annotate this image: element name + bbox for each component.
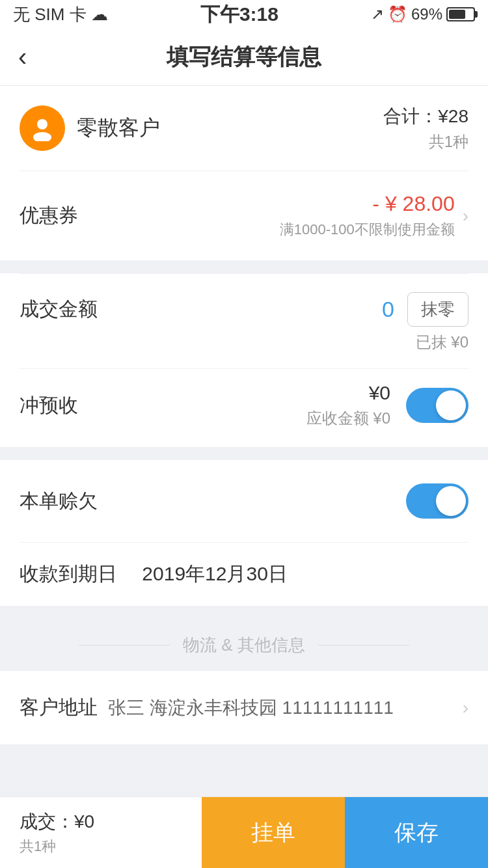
battery-icon: [446, 7, 475, 21]
divider-line-right: [318, 645, 409, 645]
coupon-label: 优惠券: [20, 202, 78, 229]
deal-right-top: 0 抹零: [382, 292, 468, 327]
bottom-count: 共1种: [20, 837, 182, 856]
deal-row-sub: 已抹 ¥0: [20, 327, 468, 363]
address-chevron-icon: ›: [463, 698, 468, 718]
duedate-label: 收款到期日: [20, 563, 117, 584]
round-zero-button[interactable]: 抹零: [407, 292, 468, 327]
deal-row-top: 成交金额 0 抹零: [20, 292, 468, 327]
customer-avatar: [20, 105, 65, 151]
address-row[interactable]: 客户地址 张三 海淀永丰科技园 11111111111 ›: [20, 671, 468, 744]
prereceive-sub: 应收金额 ¥0: [306, 408, 390, 429]
page-title: 填写结算等信息: [167, 42, 321, 72]
customer-name: 零散客户: [77, 114, 160, 142]
deal-amount-value: 0: [382, 297, 394, 322]
status-bar: 无 SIM 卡 ☁ 下午3:18 ↗ ⏰ 69%: [0, 0, 488, 29]
coupon-value-area: - ¥ 28.00 满1000-100不限制使用金额: [280, 192, 455, 239]
prereceive-label: 冲预收: [20, 392, 78, 419]
debt-toggle[interactable]: [406, 483, 468, 519]
pending-button[interactable]: 挂单: [202, 797, 345, 869]
status-time: 下午3:18: [200, 1, 278, 28]
customer-left: 零散客户: [20, 105, 160, 151]
coupon-desc: 满1000-100不限制使用金额: [280, 220, 455, 239]
nav-bar: ‹ 填写结算等信息: [0, 29, 488, 86]
deal-section: 成交金额 0 抹零 已抹 ¥0 冲预收 ¥0 应收金额 ¥0: [0, 273, 488, 447]
prereceive-main: ¥0: [306, 382, 390, 404]
bottom-deal-value: ¥0: [74, 811, 94, 832]
coupon-discount: - ¥ 28.00: [280, 192, 455, 216]
deal-row: 成交金额 0 抹零 已抹 ¥0: [20, 273, 468, 368]
customer-section: 零散客户 合计：¥28 共1种 优惠券 - ¥ 28.00 满1000-100不…: [0, 86, 488, 260]
prereceive-value-area: ¥0 应收金额 ¥0: [306, 382, 390, 429]
divider-line-left: [79, 645, 170, 645]
content: 零散客户 合计：¥28 共1种 优惠券 - ¥ 28.00 满1000-100不…: [0, 86, 488, 868]
section-gap-1: [0, 260, 488, 273]
save-button[interactable]: 保存: [345, 797, 488, 869]
bottom-deal-label: 成交：¥0: [20, 809, 182, 834]
svg-point-1: [33, 132, 51, 141]
customer-right: 合计：¥28 共1种: [383, 104, 468, 152]
bottom-bar: 成交：¥0 共1种 挂单 保存: [0, 796, 488, 868]
status-right: ↗ ⏰ 69%: [371, 5, 475, 23]
prereceive-row: 冲预收 ¥0 应收金额 ¥0: [20, 368, 468, 447]
status-left: 无 SIM 卡 ☁: [13, 3, 108, 26]
address-value: 张三 海淀永丰科技园 11111111111: [108, 696, 452, 720]
duedate-row: 收款到期日 2019年12月30日: [20, 542, 468, 606]
prereceive-toggle[interactable]: [406, 388, 468, 423]
section-gap-3: [0, 606, 488, 619]
debt-section: 本单赊欠 收款到期日 2019年12月30日: [0, 460, 488, 606]
location-icon: ↗: [371, 5, 384, 23]
prereceive-right: ¥0 应收金额 ¥0: [306, 382, 468, 429]
chevron-right-icon: ›: [463, 206, 468, 226]
address-section: 客户地址 张三 海淀永丰科技园 11111111111 ›: [0, 671, 488, 744]
coupon-right: - ¥ 28.00 满1000-100不限制使用金额 ›: [280, 192, 468, 239]
address-label: 客户地址: [20, 694, 98, 721]
debt-toggle-knob: [436, 486, 466, 516]
debt-label: 本单赊欠: [20, 488, 98, 515]
customer-count: 共1种: [383, 131, 468, 152]
duedate-value: 2019年12月30日: [142, 563, 287, 584]
user-icon: [29, 115, 55, 141]
toggle-knob: [436, 390, 466, 420]
svg-point-0: [37, 119, 47, 129]
deal-label: 成交金额: [20, 296, 98, 323]
coupon-row[interactable]: 优惠券 - ¥ 28.00 满1000-100不限制使用金额 ›: [20, 170, 468, 260]
logistics-label: 物流 & 其他信息: [183, 634, 305, 657]
debt-row: 本单赊欠: [20, 460, 468, 542]
logistics-divider-inner: 物流 & 其他信息: [79, 634, 409, 657]
alarm-icon: ⏰: [388, 5, 407, 23]
section-gap-2: [0, 447, 488, 460]
customer-total: 合计：¥28: [383, 104, 468, 129]
logistics-divider: 物流 & 其他信息: [0, 619, 488, 671]
sim-wifi-label: 无 SIM 卡 ☁: [13, 3, 108, 26]
customer-row: 零散客户 合计：¥28 共1种: [20, 86, 468, 170]
bottom-summary: 成交：¥0 共1种: [0, 809, 202, 856]
back-button[interactable]: ‹: [18, 42, 27, 72]
battery-label: 69%: [411, 5, 442, 23]
bottom-deal-text: 成交：: [20, 811, 74, 832]
